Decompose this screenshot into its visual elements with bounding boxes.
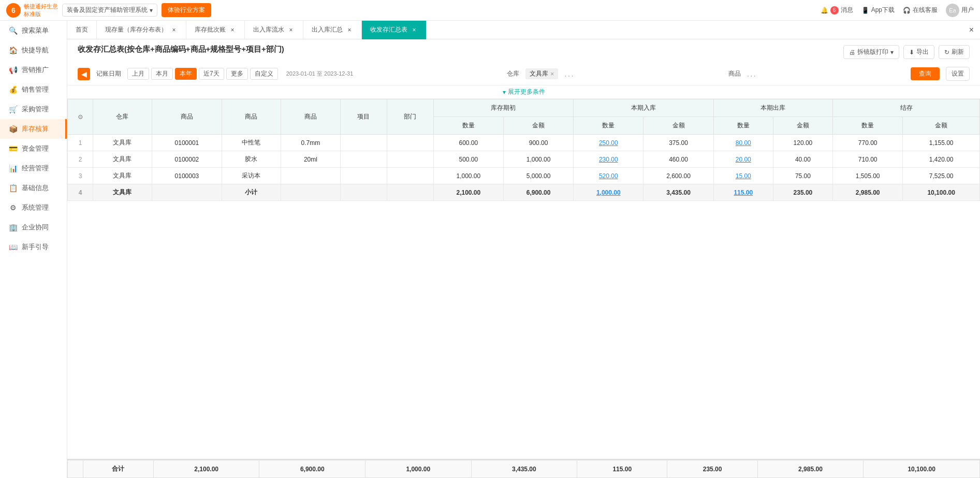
subtotal-empty-project <box>341 184 387 201</box>
row-project <box>341 151 387 168</box>
warehouse-tag: 文具库 × <box>525 68 558 79</box>
row-out-amt: 40.00 <box>773 151 832 168</box>
bell-icon: 🔔 <box>821 7 828 14</box>
tab-inventory-dist[interactable]: 现存量（库存分布表） × <box>97 21 186 39</box>
trial-button[interactable]: 体验行业方案 <box>162 3 211 17</box>
tab-close-inout-flow[interactable]: × <box>287 26 295 34</box>
tab-close-batch-account[interactable]: × <box>229 26 236 34</box>
row-in-qty-link[interactable]: 230.00 <box>574 151 643 168</box>
row-code: 0100001 <box>152 135 222 151</box>
row-num: 2 <box>68 151 93 168</box>
online-service-item[interactable]: 🎧 在线客服 <box>903 6 938 15</box>
filter-toggle[interactable]: ◀ <box>78 68 90 80</box>
sub-header-in-amt: 金额 <box>643 117 713 135</box>
col-header-out: 本期出库 <box>713 99 832 117</box>
sidebar-item-basic-info[interactable]: 📋 基础信息 <box>0 178 67 198</box>
row-num: 3 <box>68 168 93 184</box>
col-header-opening: 库存期初 <box>433 99 573 117</box>
tab-close-inventory-dist[interactable]: × <box>170 26 178 34</box>
date-btn-custom[interactable]: 自定义 <box>250 68 278 80</box>
date-btn-7days[interactable]: 近7天 <box>199 68 224 80</box>
sidebar-item-purchase[interactable]: 🛒 采购管理 <box>0 99 67 119</box>
export-button[interactable]: ⬇ 导出 <box>903 45 934 59</box>
row-open-amt: 1,000.00 <box>503 151 573 168</box>
row-name: 中性笔 <box>222 135 281 151</box>
expand-conditions-row: ▾ 展开更多条件 <box>67 85 980 99</box>
sub-header-open-qty: 数量 <box>433 117 503 135</box>
home-icon: 🏠 <box>8 46 18 54</box>
book-icon: 📖 <box>8 243 18 251</box>
row-warehouse: 文具库 <box>93 168 152 184</box>
tab-inout-flow[interactable]: 出入库流水 × <box>245 21 303 39</box>
refresh-button[interactable]: ↻ 刷新 <box>939 45 970 59</box>
dropdown-icon: ▾ <box>150 7 153 14</box>
print-button[interactable]: 🖨 拆镜版打印 ▾ <box>843 45 899 59</box>
table-container: ⚙ 仓库 商品 商品 商品 项目 部门 库存期初 本期入库 本期出库 结存 <box>67 99 980 459</box>
collapse-icon: ◀ <box>81 70 87 78</box>
subtotal-row: 4 文具库 小计 2,100.00 6,900.00 1,000.00 3,43… <box>68 184 980 201</box>
row-in-qty-link[interactable]: 250.00 <box>574 135 643 151</box>
sidebar-item-inventory[interactable]: 📦 库存核算 <box>0 119 67 139</box>
row-out-qty-link[interactable]: 80.00 <box>713 135 773 151</box>
sidebar-item-system[interactable]: ⚙ 系统管理 <box>0 198 67 218</box>
expand-conditions-button[interactable]: ▾ 展开更多条件 <box>503 88 545 96</box>
subtotal-in-qty[interactable]: 1,000.00 <box>574 184 643 201</box>
row-name: 胶水 <box>222 151 281 168</box>
sub-header-in-qty: 数量 <box>574 117 643 135</box>
total-out-amt: 235.00 <box>667 460 757 478</box>
warehouse-label: 仓库 <box>507 69 519 78</box>
sidebar-item-operations[interactable]: 📊 经营管理 <box>0 158 67 178</box>
row-out-qty-link[interactable]: 15.00 <box>713 168 773 184</box>
tab-inout-summary[interactable]: 出入库汇总 × <box>303 21 362 39</box>
tab-batch-account[interactable]: 库存批次账 × <box>186 21 245 39</box>
subtotal-out-qty[interactable]: 115.00 <box>713 184 773 201</box>
goods-dots[interactable]: ... <box>747 69 757 79</box>
subtotal-empty-spec <box>281 184 340 201</box>
app-title-box[interactable]: 装备及固定资产辅助管理系统 ▾ <box>62 4 157 17</box>
top-bar-right: 🔔 6 6 消息 📱 App下载 🎧 在线客服 Ea 用户 <box>821 4 974 17</box>
app-download-item[interactable]: 📱 App下载 <box>861 6 895 15</box>
warehouse-dots[interactable]: ... <box>564 69 574 79</box>
row-open-qty: 600.00 <box>433 135 503 151</box>
row-bal-amt: 1,420.00 <box>903 151 980 168</box>
notifications-item[interactable]: 🔔 6 6 消息 <box>821 6 853 15</box>
row-in-qty-link[interactable]: 520.00 <box>574 168 643 184</box>
close-page-btn[interactable]: × <box>963 25 980 35</box>
total-in-amt: 3,435.00 <box>471 460 577 478</box>
sidebar-item-quick-nav[interactable]: 🏠 快捷导航 <box>0 40 67 60</box>
top-bar: 6 畅捷通好生意 标准版 装备及固定资产辅助管理系统 ▾ 体验行业方案 🔔 6 … <box>0 0 980 21</box>
tab-home[interactable]: 首页 <box>67 21 97 39</box>
sidebar-item-sales[interactable]: 💰 销售管理 <box>0 80 67 99</box>
query-button[interactable]: 查询 <box>911 67 940 80</box>
row-in-amt: 375.00 <box>643 135 713 151</box>
date-btn-more[interactable]: 更多 <box>226 68 248 80</box>
total-out-qty: 115.00 <box>577 460 667 478</box>
tab-close-inout-summary[interactable]: × <box>346 26 353 34</box>
filter-area: ◀ 记账日期 上月 本月 本年 近7天 更多 自定义 2023-01-01 至 … <box>67 63 980 85</box>
user-item[interactable]: Ea 用户 <box>946 4 974 17</box>
sidebar-item-finance[interactable]: 💳 资金管理 <box>0 139 67 158</box>
tab-close-stock-summary[interactable]: × <box>411 26 418 34</box>
row-out-qty-link[interactable]: 20.00 <box>713 151 773 168</box>
tab-stock-summary[interactable]: 收发存汇总表 × <box>362 21 427 39</box>
dropdown-icon: ▾ <box>890 49 894 56</box>
total-label: 合计 <box>83 460 154 478</box>
total-bal-qty: 2,985.00 <box>757 460 864 478</box>
search-icon: 🔍 <box>8 26 18 35</box>
date-btn-this-year[interactable]: 本年 <box>175 68 197 80</box>
subtotal-warehouse: 文具库 <box>93 184 152 201</box>
date-btn-this-month[interactable]: 本月 <box>151 68 173 80</box>
settings-button[interactable]: 设置 <box>946 67 970 81</box>
logo-text: 畅捷通好生意 标准版 <box>24 3 58 18</box>
table-settings-icon[interactable]: ⚙ <box>73 110 87 124</box>
col-header-dept: 部门 <box>387 99 433 135</box>
sub-header-out-amt: 金额 <box>773 117 832 135</box>
goods-label: 商品 <box>728 69 741 78</box>
gear-icon: ⚙ <box>8 204 18 212</box>
sidebar-item-marketing[interactable]: 📢 营销推广 <box>0 60 67 80</box>
warehouse-tag-close[interactable]: × <box>550 70 554 78</box>
date-btn-last-month[interactable]: 上月 <box>127 68 149 80</box>
sidebar-item-search[interactable]: 🔍 搜索菜单 <box>0 21 67 40</box>
sidebar-item-beginner[interactable]: 📖 新手引导 <box>0 237 67 257</box>
sidebar-item-enterprise[interactable]: 🏢 企业协同 <box>0 218 67 237</box>
